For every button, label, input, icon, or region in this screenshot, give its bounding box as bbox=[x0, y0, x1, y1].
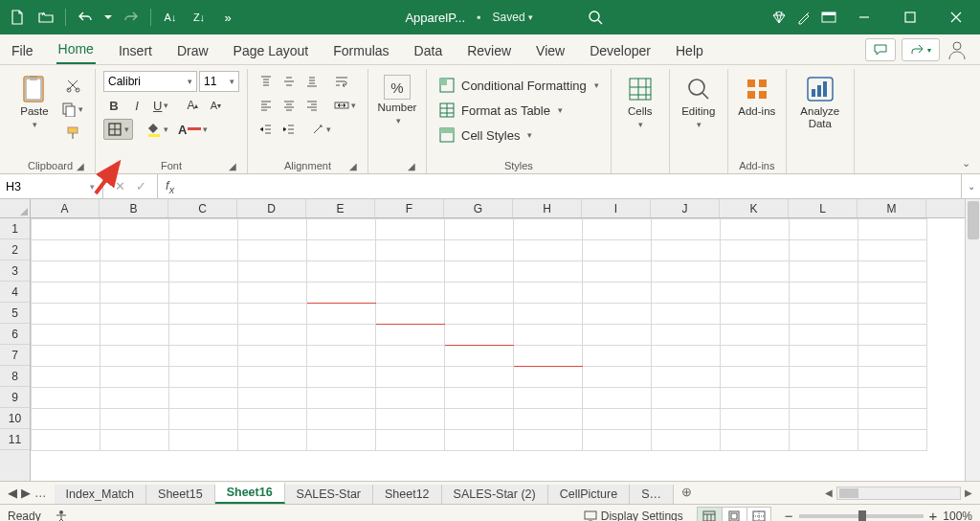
cell-B7[interactable] bbox=[100, 346, 169, 367]
cell-M6[interactable] bbox=[858, 325, 927, 346]
cell-K2[interactable] bbox=[721, 240, 790, 261]
sheet-tab[interactable]: S… bbox=[630, 485, 674, 504]
cell-H10[interactable] bbox=[514, 409, 583, 430]
cell-L8[interactable] bbox=[790, 367, 858, 388]
orientation-icon[interactable]: ▾ bbox=[307, 119, 335, 140]
cell-J6[interactable] bbox=[652, 325, 721, 346]
cell-D9[interactable] bbox=[238, 388, 307, 409]
cell-M3[interactable] bbox=[858, 261, 927, 283]
cell-B9[interactable] bbox=[100, 388, 169, 409]
cell-B1[interactable] bbox=[100, 219, 169, 240]
cell-H6[interactable] bbox=[514, 325, 583, 346]
cell-K5[interactable] bbox=[721, 304, 790, 325]
cell-D10[interactable] bbox=[238, 409, 307, 430]
cell-G2[interactable] bbox=[445, 240, 514, 261]
cell-J2[interactable] bbox=[652, 240, 721, 261]
cell-H8[interactable] bbox=[514, 367, 583, 388]
cell-H2[interactable] bbox=[514, 240, 583, 261]
sheet-tab[interactable]: SALES-Star bbox=[285, 485, 373, 504]
align-middle-icon[interactable] bbox=[278, 71, 300, 92]
cell-G4[interactable] bbox=[445, 283, 514, 304]
cell-D8[interactable] bbox=[238, 367, 307, 388]
cell-F10[interactable] bbox=[376, 409, 445, 430]
align-right-icon[interactable] bbox=[301, 95, 323, 116]
cell-E5[interactable] bbox=[307, 304, 376, 325]
row-header-1[interactable]: 1 bbox=[0, 218, 30, 239]
column-headers[interactable]: ABCDEFGHIJKLM bbox=[31, 199, 965, 218]
vertical-scrollbar[interactable] bbox=[965, 199, 980, 481]
cell-C3[interactable] bbox=[169, 261, 238, 283]
zoom-out-button[interactable]: − bbox=[785, 508, 793, 521]
sheet-tab[interactable]: Sheet12 bbox=[373, 485, 442, 504]
cell-A7[interactable] bbox=[32, 346, 100, 367]
row-header-6[interactable]: 6 bbox=[0, 324, 30, 345]
zoom-in-button[interactable]: + bbox=[929, 508, 938, 521]
cell-K7[interactable] bbox=[721, 346, 790, 367]
cell-E11[interactable] bbox=[307, 430, 376, 451]
cell-D7[interactable] bbox=[238, 346, 307, 367]
increase-indent-icon[interactable] bbox=[278, 119, 300, 140]
cell-F5[interactable] bbox=[376, 304, 445, 325]
cell-L5[interactable] bbox=[790, 304, 858, 325]
cell-L1[interactable] bbox=[790, 219, 858, 240]
name-box[interactable]: H3▾ bbox=[0, 174, 103, 198]
clipboard-launcher-icon[interactable]: ◢ bbox=[74, 161, 87, 171]
cell-I2[interactable] bbox=[583, 240, 652, 261]
number-launcher-icon[interactable]: ◢ bbox=[405, 161, 418, 171]
cell-L2[interactable] bbox=[790, 240, 858, 261]
conditional-formatting-button[interactable]: Conditional Formatting▾ bbox=[434, 75, 603, 96]
cell-J8[interactable] bbox=[652, 367, 721, 388]
cell-K9[interactable] bbox=[721, 388, 790, 409]
cell-E6[interactable] bbox=[307, 325, 376, 346]
cell-D2[interactable] bbox=[238, 240, 307, 261]
cell-G8[interactable] bbox=[445, 367, 514, 388]
cell-M10[interactable] bbox=[858, 409, 927, 430]
diamond-icon[interactable] bbox=[771, 10, 787, 25]
cell-F8[interactable] bbox=[376, 367, 445, 388]
font-size-combo[interactable]: 11▾ bbox=[199, 71, 239, 92]
cell-C8[interactable] bbox=[169, 367, 238, 388]
sheet-nav-prev-icon[interactable]: ◀ bbox=[8, 486, 17, 500]
wrap-text-button[interactable] bbox=[330, 71, 353, 92]
cell-H11[interactable] bbox=[514, 430, 583, 451]
fx-label[interactable]: fx bbox=[158, 174, 182, 198]
cell-F1[interactable] bbox=[376, 219, 445, 240]
cell-G7[interactable] bbox=[445, 346, 514, 367]
cell-I11[interactable] bbox=[583, 430, 652, 451]
cell-I6[interactable] bbox=[583, 325, 652, 346]
cell-D11[interactable] bbox=[238, 430, 307, 451]
formula-input[interactable] bbox=[182, 174, 961, 198]
cell-A6[interactable] bbox=[32, 325, 100, 346]
cell-M1[interactable] bbox=[858, 219, 927, 240]
copy-icon[interactable]: ▾ bbox=[57, 99, 87, 120]
cell-H5[interactable] bbox=[514, 304, 583, 325]
cancel-formula-icon[interactable]: ✕ bbox=[109, 179, 130, 193]
qat-overflow-icon[interactable]: » bbox=[216, 6, 239, 29]
cell-I8[interactable] bbox=[583, 367, 652, 388]
tab-home[interactable]: Home bbox=[56, 35, 96, 64]
tab-file[interactable]: File bbox=[10, 37, 35, 64]
cell-H9[interactable] bbox=[514, 388, 583, 409]
cell-L7[interactable] bbox=[790, 346, 858, 367]
cell-J1[interactable] bbox=[652, 219, 721, 240]
align-bottom-icon[interactable] bbox=[301, 71, 323, 92]
cell-B5[interactable] bbox=[100, 304, 169, 325]
cell-M7[interactable] bbox=[858, 346, 927, 367]
cell-H4[interactable] bbox=[514, 283, 583, 304]
cell-H1[interactable] bbox=[514, 219, 583, 240]
comments-button[interactable] bbox=[865, 38, 896, 61]
cell-C4[interactable] bbox=[169, 283, 238, 304]
decrease-indent-icon[interactable] bbox=[256, 119, 277, 140]
cell-J7[interactable] bbox=[652, 346, 721, 367]
open-file-icon[interactable] bbox=[34, 6, 57, 29]
cut-icon[interactable] bbox=[57, 75, 87, 96]
col-header-I[interactable]: I bbox=[582, 199, 651, 217]
format-as-table-button[interactable]: Format as Table▾ bbox=[434, 100, 603, 121]
cell-E4[interactable] bbox=[307, 283, 376, 304]
cell-A1[interactable] bbox=[32, 219, 100, 240]
row-headers[interactable]: 1234567891011 bbox=[0, 218, 31, 481]
tab-developer[interactable]: Developer bbox=[588, 37, 653, 64]
cell-A3[interactable] bbox=[32, 261, 100, 283]
col-header-H[interactable]: H bbox=[513, 199, 582, 217]
cell-K3[interactable] bbox=[721, 261, 790, 283]
